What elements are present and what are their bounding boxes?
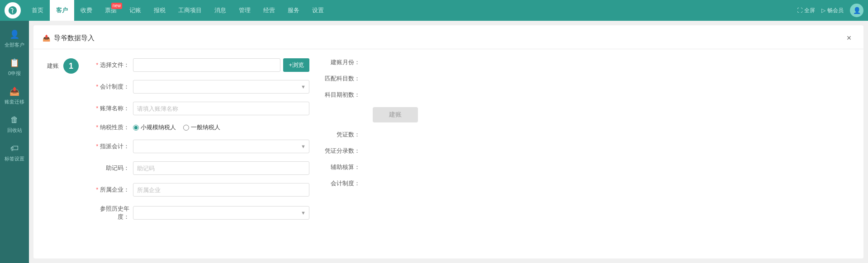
nav-service[interactable]: 服务	[281, 0, 306, 21]
tags-icon: 🏷	[9, 143, 20, 154]
tax-general-label: 一般纳税人	[191, 123, 220, 132]
ledger-label: 账簿名称：	[92, 104, 133, 113]
sidebar-item-declare[interactable]: 📋 0申报	[0, 54, 29, 80]
company-label: 所属企业：	[92, 186, 133, 194]
fullscreen-label: 全屏	[804, 7, 815, 14]
accounting-select-wrapper: ▼	[133, 80, 309, 94]
tax-general-option[interactable]: 一般纳税人	[183, 123, 220, 132]
sidebar-all-customers-label: 全部客户	[5, 42, 24, 48]
right-form: 建账月份： 匹配科目数： 科目期初数： 建账	[323, 58, 468, 229]
avatar-icon: 👤	[853, 7, 861, 14]
voucher-row: 凭证数：	[323, 131, 468, 139]
form-content: 建账 1 选择文件： +浏览	[33, 49, 863, 238]
tax-small-radio[interactable]	[133, 125, 139, 131]
page-title-text: 导爷数据导入	[54, 34, 95, 42]
history-select[interactable]	[133, 206, 309, 220]
step-section: 建账 1	[47, 58, 79, 229]
memo-input[interactable]	[133, 161, 309, 175]
nav-settings[interactable]: 设置	[306, 0, 330, 21]
file-label: 选择文件：	[92, 61, 133, 69]
page-header: 📤 导爷数据导入 ×	[33, 25, 863, 49]
tax-small-option[interactable]: 小规模纳税人	[133, 123, 176, 132]
company-input[interactable]	[133, 183, 309, 197]
all-customers-icon: 👤	[9, 29, 20, 40]
accountant-select-wrapper: ▼	[133, 140, 309, 153]
vip-label: 畅会员	[827, 7, 844, 14]
voucher-entries-label: 凭证分录数：	[323, 147, 364, 155]
file-select-row: 选择文件： +浏览	[92, 58, 309, 72]
nav-items: 首页 客户 收费 票据 new 记账 报税 工商项目 消息 管理 经营 服务 设…	[25, 0, 797, 21]
month-row: 建账月份：	[323, 58, 468, 66]
play-icon: ▷	[821, 7, 825, 14]
history-row: 参照历史年度： ▼	[92, 205, 309, 221]
history-label: 参照历史年度：	[92, 205, 133, 221]
nav-tax[interactable]: 报税	[147, 0, 172, 21]
accountant-row: 指派会计： ▼	[92, 140, 309, 153]
page-title: 📤 导爷数据导入	[43, 34, 95, 42]
match-row: 匹配科目数：	[323, 75, 468, 83]
accounting-row: 会计制度： ▼	[92, 80, 309, 94]
page-container: 📤 导爷数据导入 × 建账 1 选择文件：	[33, 25, 863, 258]
nav-customer[interactable]: 客户	[50, 0, 74, 21]
sidebar: 👤 全部客户 📋 0申报 📤 账套迁移 🗑 回收站 🏷 标签设置	[0, 21, 29, 263]
page-title-icon: 📤	[43, 34, 50, 42]
step-number: 1	[69, 61, 73, 71]
build-button[interactable]: 建账	[373, 107, 418, 122]
file-input-group: +浏览	[133, 58, 309, 72]
nav-manage[interactable]: 管理	[232, 0, 257, 21]
fullscreen-btn[interactable]: ⛶ 全屏	[797, 7, 815, 14]
aux-row: 辅助核算：	[323, 163, 468, 171]
nav-business[interactable]: 工商项目	[172, 0, 208, 21]
aux-label: 辅助核算：	[323, 163, 364, 171]
recycle-icon: 🗑	[9, 114, 20, 125]
top-navigation: 首页 客户 收费 票据 new 记账 报税 工商项目 消息 管理 经营 服务 设…	[0, 0, 868, 21]
main-layout: 👤 全部客户 📋 0申报 📤 账套迁移 🗑 回收站 🏷 标签设置 📤 导	[0, 21, 868, 263]
sidebar-transfer-label: 账套迁移	[5, 99, 24, 105]
ledger-row: 账簿名称：	[92, 102, 309, 115]
accounting-system-row: 会计制度：	[323, 179, 468, 188]
accounting-system-label: 会计制度：	[323, 179, 364, 188]
voucher-label: 凭证数：	[323, 131, 364, 139]
nav-right: ⛶ 全屏 ▷ 畅会员 👤	[797, 4, 863, 17]
nav-message[interactable]: 消息	[208, 0, 232, 21]
left-form: 选择文件： +浏览 会计制度： ▼	[92, 58, 309, 229]
tax-row: 纳税性质： 小规模纳税人 一般纳税人	[92, 123, 309, 132]
memo-row: 助记码：	[92, 161, 309, 175]
nav-operate[interactable]: 经营	[257, 0, 281, 21]
tax-general-radio[interactable]	[183, 125, 189, 131]
period-label: 科目期初数：	[323, 91, 364, 99]
ledger-input[interactable]	[133, 102, 309, 115]
accountant-label: 指派会计：	[92, 142, 133, 150]
accounting-label: 会计制度：	[92, 83, 133, 91]
app-logo[interactable]	[5, 2, 21, 19]
tax-radio-group: 小规模纳税人 一般纳税人	[133, 123, 309, 132]
build-btn-wrapper: 建账	[323, 107, 468, 122]
declare-icon: 📋	[9, 57, 20, 68]
period-row: 科目期初数：	[323, 91, 468, 99]
nav-charge[interactable]: 收费	[74, 0, 99, 21]
tax-small-label: 小规模纳税人	[141, 123, 176, 132]
nav-home[interactable]: 首页	[25, 0, 50, 21]
user-avatar[interactable]: 👤	[850, 4, 863, 17]
file-input[interactable]	[133, 58, 280, 72]
month-label: 建账月份：	[323, 58, 364, 66]
history-select-wrapper: ▼	[133, 206, 309, 220]
sidebar-item-all-customers[interactable]: 👤 全部客户	[0, 25, 29, 52]
sidebar-item-transfer[interactable]: 📤 账套迁移	[0, 82, 29, 109]
content-area: 📤 导爷数据导入 × 建账 1 选择文件：	[29, 21, 868, 263]
close-button[interactable]: ×	[844, 33, 854, 43]
voucher-entries-row: 凭证分录数：	[323, 147, 468, 155]
company-row: 所属企业：	[92, 183, 309, 197]
fullscreen-icon: ⛶	[797, 7, 802, 14]
browse-button[interactable]: +浏览	[283, 58, 309, 72]
sidebar-item-recycle[interactable]: 🗑 回收站	[0, 111, 29, 137]
nav-bookkeeping[interactable]: 记账	[123, 0, 147, 21]
step-label: 建账	[47, 62, 59, 70]
vip-btn[interactable]: ▷ 畅会员	[821, 7, 844, 14]
sidebar-recycle-label: 回收站	[7, 127, 22, 134]
nav-invoice[interactable]: 票据 new	[99, 0, 123, 21]
sidebar-item-tags[interactable]: 🏷 标签设置	[0, 139, 29, 166]
accountant-select[interactable]	[133, 140, 309, 153]
accounting-select[interactable]	[133, 80, 309, 94]
step-circle: 1	[63, 58, 79, 74]
